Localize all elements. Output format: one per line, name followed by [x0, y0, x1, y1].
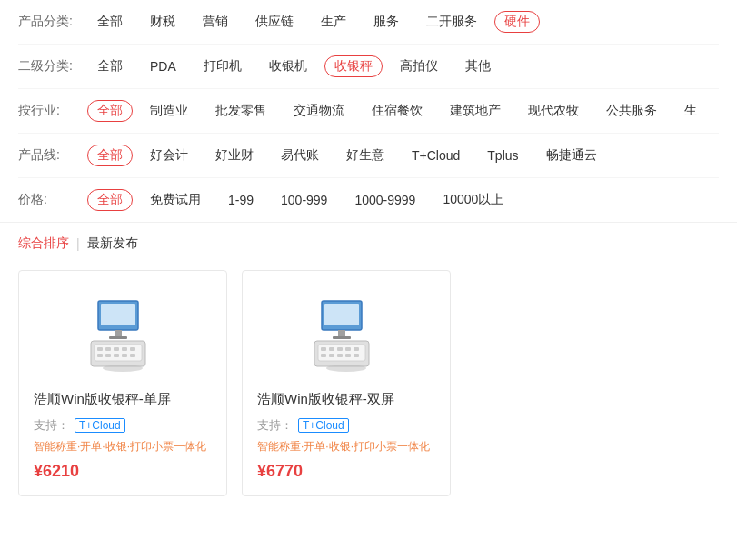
- filter-item-生[interactable]: 生: [674, 100, 707, 122]
- filter-item-财税[interactable]: 财税: [140, 11, 185, 33]
- product-icon-1: [305, 294, 387, 375]
- filter-row-product-line: 产品线: 全部 好会计 好业财 易代账 好生意 T+Cloud Tplus 畅捷…: [18, 134, 719, 178]
- product-support-1: 支持： T+Cloud: [257, 417, 435, 434]
- filter-item-1-99[interactable]: 1-99: [218, 190, 264, 210]
- svg-rect-5: [95, 345, 142, 361]
- filter-item-畅捷通云[interactable]: 畅捷通云: [536, 145, 607, 166]
- filter-item-公共服务[interactable]: 公共服务: [596, 100, 667, 122]
- filter-item-供应链[interactable]: 供应链: [245, 11, 304, 33]
- filter-label-product-category: 产品分类:: [18, 14, 82, 30]
- filter-item-全部[interactable]: 全部: [87, 11, 133, 33]
- filter-item-industry-全部[interactable]: 全部: [87, 100, 133, 122]
- product-card-1[interactable]: 浩顺Win版收银秤-双屏 支持： T+Cloud 智能称重·开单·收银·打印小票…: [242, 270, 451, 496]
- svg-rect-32: [354, 354, 359, 357]
- product-name-0: 浩顺Win版收银秤-单屏: [34, 391, 212, 408]
- svg-rect-2: [115, 330, 122, 337]
- filter-item-服务[interactable]: 服务: [364, 11, 409, 33]
- svg-rect-29: [329, 354, 334, 357]
- filter-item-sub-全部[interactable]: 全部: [87, 55, 133, 77]
- product-desc-1: 智能称重·开单·收银·打印小票一体化: [257, 439, 435, 455]
- svg-rect-19: [338, 330, 345, 337]
- support-label-0: 支持：: [34, 417, 69, 434]
- filter-item-交通物流[interactable]: 交通物流: [284, 100, 354, 122]
- filter-label-industry: 按行业:: [18, 103, 82, 119]
- support-label-1: 支持：: [257, 417, 293, 434]
- support-tag-1: T+Cloud: [298, 418, 349, 433]
- svg-rect-1: [101, 304, 135, 325]
- sort-item-最新发布[interactable]: 最新发布: [87, 235, 138, 252]
- product-support-0: 支持： T+Cloud: [34, 417, 212, 434]
- svg-rect-27: [354, 347, 359, 351]
- filter-item-price-全部[interactable]: 全部: [87, 189, 133, 211]
- filter-label-product-line: 产品线:: [18, 147, 82, 164]
- filter-row-industry: 按行业: 全部 制造业 批发零售 交通物流 住宿餐饮 建筑地产 现代农牧 公共服…: [18, 89, 719, 134]
- svg-rect-12: [105, 354, 111, 357]
- svg-rect-23: [321, 347, 326, 351]
- filter-label-sub-category: 二级分类:: [18, 58, 82, 75]
- filter-row-sub-category: 二级分类: 全部 PDA 打印机 收银机 收银秤 高拍仪 其他: [18, 45, 719, 89]
- filter-item-其他[interactable]: 其他: [455, 55, 501, 77]
- filter-item-高拍仪[interactable]: 高拍仪: [390, 55, 448, 77]
- filter-item-10000以上[interactable]: 10000以上: [433, 189, 513, 211]
- product-price-0: ¥6210: [34, 462, 212, 481]
- filter-row-price: 价格: 全部 免费试用 1-99 100-999 1000-9999 10000…: [18, 178, 719, 222]
- sort-bar: 综合排序 | 最新发布: [0, 223, 737, 261]
- svg-rect-7: [105, 347, 111, 351]
- filter-item-建筑地产[interactable]: 建筑地产: [440, 100, 511, 122]
- svg-rect-20: [333, 336, 351, 339]
- filter-item-1000-9999[interactable]: 1000-9999: [344, 190, 425, 210]
- filter-item-硬件[interactable]: 硬件: [494, 11, 540, 33]
- svg-point-16: [103, 365, 143, 372]
- product-price-1: ¥6770: [257, 462, 435, 481]
- svg-rect-14: [122, 354, 127, 357]
- filter-section: 产品分类: 全部 财税 营销 供应链 生产 服务 二开服务 硬件 二级分类: 全…: [0, 0, 737, 223]
- svg-rect-8: [114, 347, 119, 351]
- filter-item-打印机[interactable]: 打印机: [194, 55, 252, 77]
- svg-rect-22: [318, 345, 365, 361]
- product-desc-0: 智能称重·开单·收银·打印小票一体化: [34, 439, 212, 455]
- filter-item-tplus[interactable]: Tplus: [477, 145, 528, 165]
- svg-rect-9: [122, 347, 127, 351]
- filter-item-100-999[interactable]: 100-999: [271, 190, 337, 210]
- support-tag-0: T+Cloud: [75, 418, 125, 433]
- svg-rect-15: [130, 354, 135, 357]
- filter-item-收银机[interactable]: 收银机: [259, 55, 317, 77]
- filter-item-制造业[interactable]: 制造业: [140, 100, 198, 122]
- svg-rect-6: [97, 347, 103, 351]
- filter-label-price: 价格:: [18, 192, 82, 208]
- filter-item-免费试用[interactable]: 免费试用: [140, 189, 211, 211]
- filter-item-pda[interactable]: PDA: [140, 56, 186, 76]
- svg-rect-30: [337, 354, 343, 357]
- svg-point-33: [326, 365, 366, 372]
- filter-item-营销[interactable]: 营销: [193, 11, 238, 33]
- svg-rect-24: [329, 347, 334, 351]
- svg-rect-26: [345, 347, 351, 351]
- filter-item-二开服务[interactable]: 二开服务: [416, 11, 487, 33]
- filter-item-易代账[interactable]: 易代账: [271, 145, 329, 166]
- product-card-0[interactable]: 浩顺Win版收银秤-单屏 支持： T+Cloud 智能称重·开单·收银·打印小票…: [18, 270, 227, 496]
- filter-item-批发零售[interactable]: 批发零售: [205, 100, 276, 122]
- filter-item-line-全部[interactable]: 全部: [87, 145, 133, 166]
- product-image-1: [257, 289, 435, 380]
- sort-divider: |: [76, 236, 80, 251]
- filter-item-好业财[interactable]: 好业财: [205, 145, 264, 166]
- filter-item-t-cloud[interactable]: T+Cloud: [402, 145, 470, 165]
- product-icon-0: [82, 294, 164, 375]
- filter-item-收银秤[interactable]: 收银秤: [324, 55, 383, 77]
- filter-item-好生意[interactable]: 好生意: [336, 145, 394, 166]
- svg-rect-28: [321, 354, 326, 357]
- svg-rect-25: [337, 347, 343, 351]
- svg-rect-10: [130, 347, 135, 351]
- sort-item-综合排序[interactable]: 综合排序: [18, 235, 69, 252]
- filter-item-好会计[interactable]: 好会计: [140, 145, 198, 166]
- svg-rect-13: [114, 354, 119, 357]
- svg-rect-11: [97, 354, 103, 357]
- product-grid: 浩顺Win版收银秤-单屏 支持： T+Cloud 智能称重·开单·收银·打印小票…: [0, 261, 737, 505]
- svg-rect-3: [109, 336, 127, 339]
- product-name-1: 浩顺Win版收银秤-双屏: [257, 391, 435, 408]
- filter-item-现代农牧[interactable]: 现代农牧: [518, 100, 589, 122]
- filter-row-product-category: 产品分类: 全部 财税 营销 供应链 生产 服务 二开服务 硬件: [18, 0, 719, 45]
- filter-item-住宿餐饮[interactable]: 住宿餐饮: [362, 100, 433, 122]
- filter-item-生产[interactable]: 生产: [311, 11, 356, 33]
- product-image-0: [34, 289, 212, 380]
